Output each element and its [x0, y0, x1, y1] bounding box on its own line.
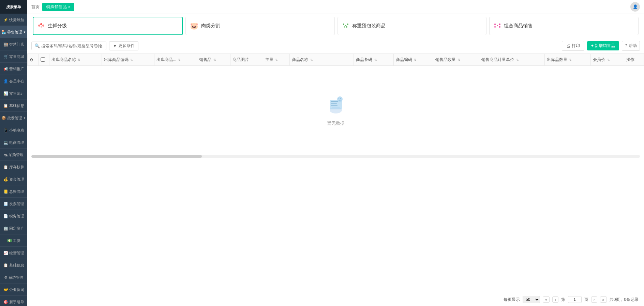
tab-close-icon[interactable]: × [68, 5, 70, 9]
svg-rect-18 [331, 105, 338, 106]
sidebar-item-basic-info[interactable]: 📋 基础信息 [0, 100, 27, 112]
stock-check-icon: 📋 [3, 165, 8, 169]
sidebar-item-enterprise-coop[interactable]: 🤝 企业协同 [0, 284, 27, 296]
sidebar-item-purchase-mgmt[interactable]: 🛍 采购管理 [0, 149, 27, 161]
sidebar-item-retail-stats[interactable]: 📊 零售统计 [0, 87, 27, 100]
chevron-down-icon: ▼ [23, 31, 26, 34]
th-out-product-code[interactable]: 出库商品编码 ⇅ [102, 54, 154, 66]
sidebar-item-label: 新手引导 [9, 300, 24, 305]
search-icon: 🔍 [34, 43, 40, 48]
sales-promo-icon: 📢 [3, 67, 8, 71]
select-all-checkbox[interactable] [41, 57, 45, 62]
sidebar-item-tax-mgmt[interactable]: 📄 税务管理 [0, 210, 27, 222]
sidebar-item-sales-promo[interactable]: 📢 营销推广 [0, 63, 27, 75]
sidebar-item-newbie-guide[interactable]: 🎯 新手引导 [0, 296, 27, 306]
sidebar-item-basic-info2[interactable]: 📋 基础信息 [0, 259, 27, 271]
page-number-input[interactable] [568, 296, 582, 303]
prev-page-button[interactable]: ‹ [552, 296, 558, 303]
search-input[interactable] [41, 44, 103, 48]
sidebar-item-label: 智慧门店 [9, 42, 24, 47]
sidebar-item-general-ledger[interactable]: 📒 总账管理 [0, 185, 27, 198]
chevron-down-icon2: ▼ [23, 117, 26, 120]
meat-cut-icon: 🐷 [190, 22, 198, 30]
weigh-prepack-label: 称重预包装商品 [352, 23, 386, 29]
sidebar-item-stock-check[interactable]: 📋 库存核算 [0, 161, 27, 173]
svg-rect-16 [331, 101, 338, 102]
search-box[interactable]: 🔍 [31, 42, 106, 50]
help-label: 帮助 [629, 43, 637, 49]
cat-tab-fresh-grade[interactable]: 生鲜分级 [33, 17, 183, 35]
th-out-product-code2[interactable]: 出库商品... ⇅ [154, 54, 197, 66]
cat-tab-meat-cut[interactable]: 🐷 肉类分割 [185, 17, 335, 35]
sidebar-item-smart-store[interactable]: 🏬 智慧门店 [0, 38, 27, 50]
tax-mgmt-icon: 📄 [3, 214, 8, 218]
sidebar-item-member-center[interactable]: 👤 会员中心 [0, 75, 27, 87]
add-product-button[interactable]: + 新增销售品 [587, 41, 619, 50]
sidebar-item-label: 零售商城 [9, 54, 24, 59]
sidebar-item-label: 系统管理 [9, 275, 24, 280]
sidebar-item-retail-mgmt[interactable]: 🏪 零售管理 ▼ [0, 26, 27, 38]
sidebar-item-wholesale-mgmt[interactable]: 📦 批发管理 ▼ [0, 112, 27, 124]
th-product-code[interactable]: 商品编码 ⇅ [393, 54, 433, 66]
add-label: + 新增销售品 [591, 43, 615, 49]
sidebar-item-ops-mgmt[interactable]: 📈 经营管理 [0, 247, 27, 259]
sort-icon8: ⇅ [414, 58, 417, 62]
th-sales-qty[interactable]: 销售品数量 ⇅ [433, 54, 479, 66]
th-member-price[interactable]: 会员价 ⇅ [591, 54, 624, 66]
first-page-button[interactable]: « [543, 296, 550, 303]
general-ledger-icon: 📒 [3, 189, 8, 194]
cat-tab-combo-sales[interactable]: 组合商品销售 [489, 17, 639, 35]
sidebar-item-retail-mall[interactable]: 🛒 零售商城 [0, 50, 27, 63]
th-product-barcode[interactable]: 商品条码 ⇅ [354, 54, 393, 66]
sidebar-item-sys-mgmt[interactable]: ⚙ 系统管理 [0, 271, 27, 284]
svg-point-21 [340, 98, 341, 99]
breadcrumb-home[interactable]: 首页 [31, 4, 40, 10]
filter-icon: ▼ [113, 44, 117, 48]
meat-cut-label: 肉类分割 [201, 23, 220, 29]
sidebar-item-label: 工资 [13, 238, 20, 243]
sidebar-item-wages[interactable]: 💵 工资 [0, 234, 27, 247]
empty-state: 暂无数据 [28, 66, 644, 154]
svg-point-2 [42, 25, 44, 27]
th-product-name[interactable]: 商品名称 ⇅ [290, 54, 354, 66]
th-settings[interactable]: ⚙ [28, 54, 39, 66]
h-scroll-bar[interactable] [31, 155, 640, 158]
newbie-guide-icon: 🎯 [3, 300, 8, 304]
sort-icon3: ⇅ [178, 58, 181, 62]
th-operation: 操作 [624, 54, 644, 66]
svg-point-3 [41, 26, 42, 28]
purchase-mgmt-icon: 🛍 [4, 153, 8, 157]
th-product-image: 商品图片 [230, 54, 263, 66]
sidebar-item-quick-nav[interactable]: ⚡ 快捷导航 [0, 14, 27, 26]
user-avatar[interactable]: 👤 [630, 2, 640, 12]
th-sales-product[interactable]: 销售品 ⇅ [197, 54, 230, 66]
wages-icon: 💵 [7, 239, 12, 243]
th-out-product-name[interactable]: 出库商品名称 ⇅ [49, 54, 102, 66]
th-main-unit[interactable]: 主量 ⇅ [263, 54, 290, 66]
active-tab-label: 特殊销售品 [46, 4, 67, 10]
help-button[interactable]: ? 帮助 [622, 41, 640, 51]
print-button[interactable]: 🖨 打印 [562, 41, 584, 51]
last-page-button[interactable]: » [600, 296, 607, 303]
table-container: ⚙ 出库商品名称 ⇅ 出库商品编码 ⇅ 出库商品 [27, 54, 644, 293]
next-page-button[interactable]: › [591, 296, 597, 303]
sidebar-item-ecom-mgmt[interactable]: 💻 电商管理 [0, 136, 27, 149]
sidebar-item-label: 固定资产 [9, 226, 24, 231]
sidebar-logo[interactable]: 搜索菜单 [0, 0, 27, 14]
cat-tab-weigh-prepack[interactable]: 称重预包装商品 [338, 17, 487, 35]
toolbar-right: 🖨 打印 + 新增销售品 ? 帮助 [562, 41, 640, 51]
sidebar-item-finance-mgmt[interactable]: 💰 资金管理 [0, 173, 27, 185]
filter-button[interactable]: ▼ 更多条件 [109, 41, 138, 50]
page-size-select[interactable]: 50 10 20 100 [523, 296, 540, 303]
th-out-qty[interactable]: 出库品数量 ⇅ [545, 54, 591, 66]
th-checkbox[interactable] [39, 54, 49, 66]
active-tab[interactable]: 特殊销售品 × [42, 3, 74, 11]
sidebar-item-fixed-assets[interactable]: 🏢 固定资产 [0, 222, 27, 234]
fixed-assets-icon: 🏢 [3, 226, 8, 231]
page-unit: 页 [584, 297, 588, 303]
sidebar-item-label: 小畅电商 [9, 128, 24, 133]
sidebar-item-invoice-mgmt[interactable]: 🧾 发票管理 [0, 198, 27, 210]
th-sales-unit[interactable]: 销售商品计量单位 ⇅ [479, 54, 545, 66]
sidebar-item-mini-ecom[interactable]: 📱 小畅电商 [0, 124, 27, 136]
sidebar-item-label: 采购管理 [9, 152, 24, 157]
